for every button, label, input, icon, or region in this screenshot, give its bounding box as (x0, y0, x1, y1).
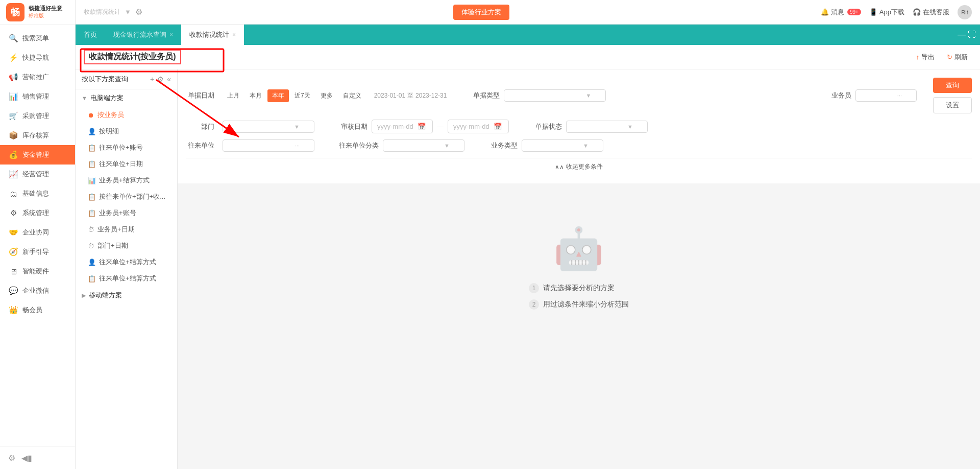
shortcut-this-month[interactable]: 本月 (245, 89, 266, 102)
collapse-filter-button[interactable]: ∧∧ 收起更多条件 (186, 158, 972, 175)
status-label: 单据状态 (533, 122, 562, 131)
chevron-down-classify-icon: ▼ (444, 143, 450, 149)
tabbar: 首页 现金银行流水查询 × 收款情况统计 × — ⛶ (76, 25, 980, 45)
shortcut-this-year[interactable]: 本年 (267, 89, 289, 102)
scheme-item-unit-date[interactable]: 📋 往来单位+日期 (76, 156, 177, 172)
gear-bottom-icon[interactable]: ⚙ (8, 453, 15, 463)
sidebar-item-purchase[interactable]: 🛒 采购管理 (0, 106, 75, 126)
filter-row-1: 单据日期 上月 本月 本年 近7天 更多 自定义 2023-01-01 至 20… (186, 78, 972, 113)
tip-num-2: 2 (529, 299, 539, 310)
tab-maximize-button[interactable]: ⛶ (968, 30, 976, 39)
message-button[interactable]: 🔔 消息 99+ (821, 8, 861, 17)
chevron-down-type-icon: ▼ (586, 92, 592, 99)
sidebar-item-finance[interactable]: 💰 资金管理 (0, 145, 75, 165)
tab-receipt[interactable]: 收款情况统计 × (181, 25, 244, 45)
folder-icon: 🗂 (8, 190, 18, 198)
sidebar-item-quicknav[interactable]: ⚡ 快捷导航 (0, 48, 75, 67)
more-salesman-icon: ··· (897, 92, 902, 99)
tab-bank[interactable]: 现金银行流水查询 × (105, 25, 181, 45)
tab-receipt-close-icon[interactable]: × (232, 31, 236, 38)
salesman-settlement-icon: 📊 (88, 177, 96, 184)
mobile-group-header[interactable]: ▶ 移动端方案 (76, 287, 177, 304)
megaphone-icon: 📢 (8, 73, 18, 82)
partner-label: 往来单位 (186, 141, 214, 150)
type-select[interactable]: ▼ (504, 89, 606, 102)
shortcut-custom[interactable]: 自定义 (338, 89, 366, 102)
tab-bank-close-icon[interactable]: × (169, 31, 173, 38)
scheme-item-by-detail[interactable]: 👤 按明细 (76, 123, 177, 139)
topbar: 收款情况统计 ▼ ⚙ 体验行业方案 🔔 消息 99+ 📱 App下载 🎧 在线客… (76, 0, 980, 25)
user-avatar[interactable]: Rit (958, 5, 972, 19)
sidebar-logo: 畅 畅捷通好生意 标准版 (0, 0, 75, 25)
breadcrumb: 收款情况统计 (84, 8, 120, 16)
main-area: 收款情况统计(按业务员) ↑ 导出 ↻ 刷新 按以下方案查询 + ⚙ « (76, 45, 980, 469)
refresh-button[interactable]: ↻ 刷新 (943, 51, 972, 64)
scheme-item-salesman-date[interactable]: ⏱ 业务员+日期 (76, 221, 177, 238)
scheme-item-unit-account[interactable]: 📋 往来单位+账号 (76, 139, 177, 156)
export-button[interactable]: ↑ 导出 (912, 51, 939, 64)
query-button[interactable]: 查询 (933, 78, 972, 93)
calendar-start-icon: 📅 (418, 123, 426, 130)
scheme-item-unit-dept[interactable]: 📋 按往来单位+部门+收... (76, 189, 177, 205)
pc-group-header[interactable]: ▼ 电脑端方案 (76, 89, 177, 107)
app-download-button[interactable]: 📱 App下载 (869, 8, 904, 17)
tab-minimize-button[interactable]: — (958, 30, 966, 39)
salesman-label: 业务员 (823, 91, 851, 100)
sidebar-item-wechat[interactable]: 💬 企业微信 (0, 281, 75, 300)
scheme-item-salesman-settlement[interactable]: 📊 业务员+结算方式 (76, 172, 177, 189)
scheme-item-dept-date[interactable]: ⏱ 部门+日期 (76, 238, 177, 254)
sidebar-item-hardware[interactable]: 🖥 智能硬件 (0, 262, 75, 281)
audit-date-end-input[interactable]: yyyy-mm-dd 📅 (448, 120, 509, 133)
sidebar-item-marketing[interactable]: 📢 营销推广 (0, 67, 75, 87)
topbar-settings-icon[interactable]: ⚙ (135, 7, 142, 17)
logo-text: 畅捷通好生意 标准版 (29, 5, 62, 19)
scheme-item-salesman-account[interactable]: 📋 业务员+账号 (76, 205, 177, 221)
dept-select[interactable]: ▼ (223, 121, 314, 133)
panel-collapse-icon[interactable]: « (167, 75, 171, 83)
status-select[interactable]: ▼ (566, 121, 648, 133)
sidebar-item-basic[interactable]: 🗂 基础信息 (0, 184, 75, 203)
audit-date-start-input[interactable]: yyyy-mm-dd 📅 (372, 120, 433, 133)
sidebar-item-system[interactable]: ⚙ 系统管理 (0, 203, 75, 223)
filter-row-2: 部门 ▼ 审核日期 yyyy-mm-dd 📅 — yyyy-mm-dd (186, 120, 972, 133)
cart-icon: 🛒 (8, 111, 18, 121)
add-scheme-icon[interactable]: + (150, 75, 154, 83)
money-icon: 💰 (8, 150, 18, 159)
scheme-settings-icon[interactable]: ⚙ (157, 75, 164, 83)
shortcut-last-month[interactable]: 上月 (223, 89, 244, 102)
phone-icon: 📱 (869, 8, 877, 16)
sidebar-item-coop[interactable]: 🤝 企业协同 (0, 223, 75, 242)
chevron-down-dept-icon: ▼ (294, 124, 300, 130)
tab-home[interactable]: 首页 (76, 25, 105, 45)
export-icon: ↑ (916, 53, 920, 61)
hardware-icon: 🖥 (8, 267, 18, 276)
filter-row-3: 往来单位 ··· 往来单位分类 ▼ 业务类型 (186, 139, 972, 152)
shortcut-more[interactable]: 更多 (316, 89, 337, 102)
settings-button[interactable]: 设置 (933, 97, 972, 113)
biz-type-select[interactable]: ▼ (522, 139, 603, 152)
partner-classify-select[interactable]: ▼ (383, 139, 464, 152)
sidebar-item-sales[interactable]: 📊 销售管理 (0, 87, 75, 106)
partner-select[interactable]: ··· (223, 139, 314, 152)
salesman-select[interactable]: ··· (855, 89, 917, 102)
sidebar-item-search[interactable]: 🔍 搜索菜单 (0, 29, 75, 48)
sidebar-item-inventory[interactable]: 📦 库存核算 (0, 126, 75, 145)
online-service-button[interactable]: 🎧 在线客服 (913, 8, 949, 17)
breadcrumb-dropdown-icon[interactable]: ▼ (125, 8, 131, 16)
operation-icon: 📈 (8, 170, 18, 179)
chart-icon: 📊 (8, 92, 18, 101)
chevron-down-biz-icon: ▼ (583, 143, 589, 149)
trial-button[interactable]: 体验行业方案 (453, 5, 509, 20)
content-layout: 按以下方案查询 + ⚙ « ▼ 电脑端方案 ⏺ 按业务员 👤 (76, 69, 980, 469)
scheme-item-unit-settlement2[interactable]: 📋 往来单位+结算方式 (76, 270, 177, 287)
collapse-sidebar-icon[interactable]: ◀▮ (21, 453, 32, 463)
shortcut-7days[interactable]: 近7天 (290, 89, 315, 102)
sidebar-item-operation[interactable]: 📈 经营管理 (0, 165, 75, 184)
refresh-icon: ↻ (947, 53, 952, 61)
sidebar-item-guide[interactable]: 🧭 新手引导 (0, 242, 75, 262)
sidebar-item-member[interactable]: 👑 畅会员 (0, 300, 75, 320)
mobile-scheme-group: ▶ 移动端方案 (76, 287, 177, 304)
unit-date-icon: 📋 (88, 160, 96, 168)
scheme-item-by-salesman[interactable]: ⏺ 按业务员 (76, 107, 177, 123)
scheme-item-unit-settlement1[interactable]: 👤 往来单位+结算方式 (76, 254, 177, 270)
